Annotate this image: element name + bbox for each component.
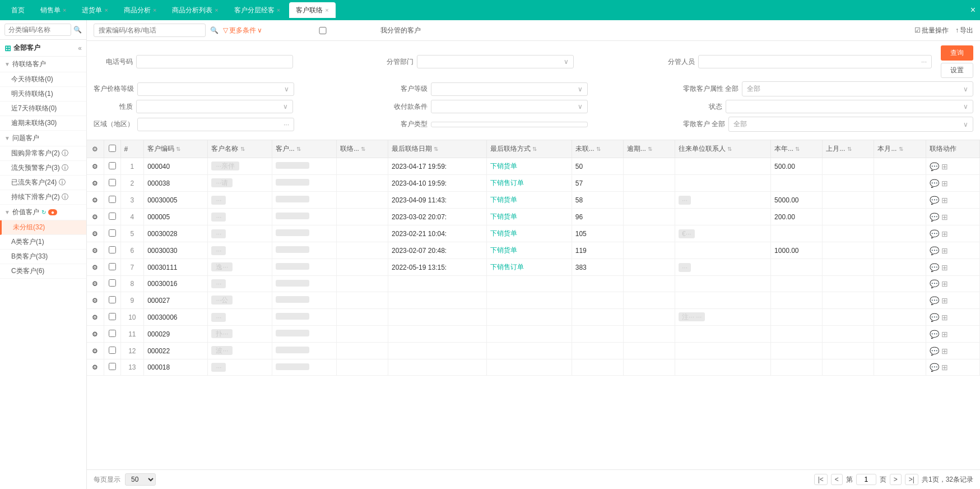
sort-nocontact-icon[interactable]: ⇅ [596, 146, 601, 152]
contact-grid-icon[interactable]: ⊞ [941, 313, 948, 322]
more-conditions-button[interactable]: ▽ 更多条件 ∨ [223, 26, 262, 35]
search-button[interactable]: 🔍 [210, 26, 219, 34]
collapse-icon[interactable]: « [78, 44, 82, 52]
th-gear[interactable]: ⚙ [87, 140, 104, 158]
sidebar-item-churn-warning[interactable]: 流失预警客户(3) ⓘ [0, 161, 86, 176]
sidebar-item-7days[interactable]: 近7天待联络(0) [0, 102, 86, 116]
sidebar-item-ungroup[interactable]: 未分组(32) [0, 220, 86, 235]
tab-home[interactable]: 首页 [4, 2, 31, 18]
th-last-contact-date[interactable]: 最后联络日期 ⇅ [388, 140, 486, 158]
sidebar-item-overdue[interactable]: 逾期未联络(30) [0, 116, 86, 131]
contact-chat-icon[interactable]: 💬 [930, 213, 939, 222]
row-check-0[interactable] [104, 158, 120, 175]
next-page-button[interactable]: > [890, 474, 902, 485]
contact-grid-icon[interactable]: ⊞ [941, 347, 948, 356]
reset-button[interactable]: 设置 [941, 63, 973, 78]
tab-customer-tier[interactable]: 客户分层经客 × [227, 2, 287, 18]
select-all-checkbox[interactable] [109, 145, 116, 152]
contact-chat-icon[interactable]: 💬 [930, 263, 939, 272]
contact-grid-icon[interactable]: ⊞ [941, 213, 948, 222]
sidebar-item-a-class[interactable]: A类客户(1) [0, 235, 86, 250]
tab-analysis-list[interactable]: 商品分析列表 × [165, 2, 225, 18]
contact-chat-icon[interactable]: 💬 [930, 330, 939, 339]
row-check-5[interactable] [104, 242, 120, 259]
sort-type-icon[interactable]: ⇅ [296, 146, 301, 152]
sort-method-icon[interactable]: ⇅ [532, 146, 537, 152]
nature-select[interactable]: ∨ [136, 100, 293, 113]
prev-page-button[interactable]: < [831, 474, 843, 485]
th-code[interactable]: 客户编码 ⇅ [144, 140, 208, 158]
row-gear-7[interactable]: ⚙ [87, 276, 104, 292]
th-last-contact-method[interactable]: 最后联络方式 ⇅ [486, 140, 572, 158]
row-gear-10[interactable]: ⚙ [87, 326, 104, 343]
close-sales-icon[interactable]: × [63, 7, 66, 13]
all-customers-header[interactable]: ⊞ 全部客户 « [0, 40, 86, 57]
close-analysis-list-icon[interactable]: × [215, 7, 218, 13]
row-gear-5[interactable]: ⚙ [87, 242, 104, 259]
person-select[interactable]: ··· [698, 55, 932, 68]
th-contact[interactable]: 联络... ⇅ [336, 140, 388, 158]
th-last-month[interactable]: 上月... ⇅ [823, 140, 874, 158]
contact-grid-icon[interactable]: ⊞ [941, 179, 948, 188]
retail-attr-select[interactable]: 全部 ∨ [742, 81, 973, 96]
search-input[interactable] [94, 24, 206, 37]
sort-contact-icon[interactable]: ⇅ [361, 146, 365, 152]
retail-customer-select[interactable]: 全部 ∨ [728, 117, 973, 132]
phone-input[interactable] [136, 55, 293, 68]
contact-grid-icon[interactable]: ⊞ [941, 246, 948, 255]
last-page-button[interactable]: >| [905, 474, 918, 485]
my-customers-checkbox[interactable] [267, 27, 379, 34]
row-check-8[interactable] [104, 292, 120, 309]
contact-chat-icon[interactable]: 💬 [930, 162, 939, 171]
row-check-2[interactable] [104, 192, 120, 209]
sort-lmonth-icon[interactable]: ⇅ [847, 146, 852, 152]
contact-chat-icon[interactable]: 💬 [930, 246, 939, 255]
contact-chat-icon[interactable]: 💬 [930, 313, 939, 322]
row-check-12[interactable] [104, 359, 120, 376]
th-check[interactable] [104, 140, 120, 158]
tab-sales[interactable]: 销售单 × [34, 2, 73, 18]
refresh-icon[interactable]: ↻ [41, 209, 46, 215]
close-customer-contact-icon[interactable]: × [325, 7, 328, 13]
contact-grid-icon[interactable]: ⊞ [941, 296, 948, 305]
row-gear-2[interactable]: ⚙ [87, 192, 104, 209]
sort-contacts-icon[interactable]: ⇅ [727, 146, 732, 152]
region-dots-icon[interactable]: ··· [284, 121, 289, 128]
close-purchase-icon[interactable]: × [104, 7, 108, 13]
contact-chat-icon[interactable]: 💬 [930, 347, 939, 356]
payment-select[interactable]: ∨ [431, 100, 588, 113]
contact-grid-icon[interactable]: ⊞ [941, 363, 948, 372]
contact-grid-icon[interactable]: ⊞ [941, 196, 948, 205]
sidebar-item-abnormal[interactable]: 囤购异常客户(2) ⓘ [0, 146, 86, 161]
per-page-select[interactable]: 50 100 200 [125, 473, 156, 486]
row-gear-6[interactable]: ⚙ [87, 259, 104, 276]
th-no-contact[interactable]: 未联... ⇅ [572, 140, 623, 158]
row-gear-0[interactable]: ⚙ [87, 158, 104, 175]
sort-year-icon[interactable]: ⇅ [795, 146, 800, 152]
contact-grid-icon[interactable]: ⊞ [941, 279, 948, 288]
row-check-6[interactable] [104, 259, 120, 276]
row-gear-3[interactable]: ⚙ [87, 209, 104, 225]
tab-purchase[interactable]: 进货单 × [75, 2, 114, 18]
th-this-month[interactable]: 本月... ⇅ [874, 140, 926, 158]
sidebar-search-input[interactable] [4, 24, 71, 36]
contact-chat-icon[interactable]: 💬 [930, 179, 939, 188]
sidebar-item-today[interactable]: 今天待联络(0) [0, 72, 86, 87]
contact-grid-icon[interactable]: ⊞ [941, 263, 948, 272]
dept-select[interactable]: ∨ [417, 55, 574, 68]
row-check-3[interactable] [104, 209, 120, 225]
sidebar-item-tomorrow[interactable]: 明天待联络(1) [0, 87, 86, 102]
contact-chat-icon[interactable]: 💬 [930, 229, 939, 238]
my-customers-filter[interactable]: 我分管的客户 [267, 26, 421, 35]
contact-grid-icon[interactable]: ⊞ [941, 229, 948, 238]
close-analysis-icon[interactable]: × [153, 7, 156, 13]
row-gear-1[interactable]: ⚙ [87, 175, 104, 192]
sidebar-item-c-class[interactable]: C类客户(6) [0, 264, 86, 279]
contact-chat-icon[interactable]: 💬 [930, 196, 939, 205]
export-button[interactable]: ↑ 导出 [955, 26, 973, 35]
customer-type-select[interactable] [431, 122, 588, 127]
close-all-button[interactable]: × [970, 5, 976, 15]
sidebar-group-problem[interactable]: ▼ 问题客户 [0, 131, 86, 146]
th-name[interactable]: 客户名称 ⇅ [208, 140, 272, 158]
sort-name-icon[interactable]: ⇅ [240, 146, 245, 152]
